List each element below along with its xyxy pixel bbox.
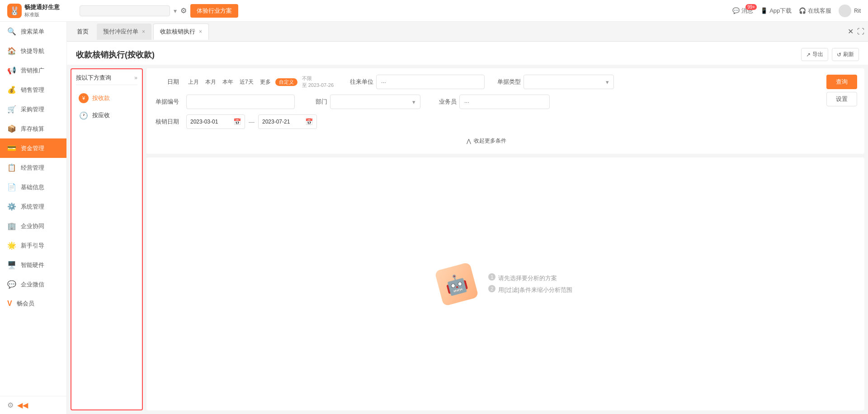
writeoff-end-date[interactable]: 2023-07-21 📅 <box>258 114 317 129</box>
industry-solution-btn[interactable]: 体验行业方案 <box>190 4 238 18</box>
query-buttons: 查询 设置 <box>826 75 857 106</box>
message-icon: 💬 <box>732 7 740 14</box>
top-header: 🐰 畅捷通好生意 标准版 ▾ ⚙ 体验行业方案 💬 消息 99+ 📱 App下载… <box>0 0 868 22</box>
empty-state: 🤖 1 请先选择要分析的方案 2 用[过滤]条件来缩小分析范围 <box>146 157 864 410</box>
filter-option-by-receipt[interactable]: ¥ 按收款 <box>76 90 137 107</box>
sidebar-item-finance[interactable]: 💳 资金管理 <box>0 138 66 158</box>
writeoff-start-date[interactable]: 2023-03-01 📅 <box>186 114 245 129</box>
date-this-year[interactable]: 本年 <box>221 77 235 87</box>
sidebar-item-marketing[interactable]: 📢 营销推广 <box>0 61 66 80</box>
tab-prepay[interactable]: 预付冲应付单 × <box>97 24 151 40</box>
form-row-2: 单据编号 部门 ▾ 业务员 ··· <box>154 95 819 109</box>
sidebar-item-wechat[interactable]: 💬 企业微信 <box>0 275 66 294</box>
date-7days[interactable]: 近7天 <box>238 77 255 87</box>
receipt-icon: ¥ <box>79 93 89 103</box>
collapse-icon: ⋀ <box>467 138 471 144</box>
sidebar-item-system[interactable]: ⚙️ 系统管理 <box>0 197 66 216</box>
tab-prepay-close[interactable]: × <box>142 29 145 35</box>
top-right: 💬 消息 99+ 📱 App下载 🎧 在线客服 Rit <box>732 5 861 17</box>
inventory-icon: 📦 <box>7 124 16 133</box>
doc-no-input[interactable] <box>186 95 295 109</box>
sidebar-item-purchase[interactable]: 🛒 采购管理 <box>0 100 66 119</box>
sidebar-item-enterprise[interactable]: 🏢 企业协同 <box>0 216 66 236</box>
marketing-icon: 📢 <box>7 66 16 75</box>
date-this-month[interactable]: 本月 <box>203 77 218 87</box>
tab-writeoff[interactable]: 收款核销执行 × <box>153 24 209 40</box>
refresh-icon: ↺ <box>837 52 841 58</box>
date-custom-badge[interactable]: 自定义 <box>275 78 297 86</box>
department-select[interactable]: ▾ <box>330 95 420 109</box>
form-row-1: 日期 上月 本月 本年 近7天 更多 自定义 不限 至 2023-07- <box>154 75 819 89</box>
sidebar-item-sales[interactable]: 💰 销售管理 <box>0 80 66 100</box>
query-form: 日期 上月 本月 本年 近7天 更多 自定义 不限 至 2023-07- <box>146 68 864 154</box>
sidebar-item-operation[interactable]: 📋 经营管理 <box>0 158 66 177</box>
doc-type-select[interactable]: ▾ <box>524 75 614 89</box>
filter-panel: 按以下方查询 » ¥ 按收款 🕐 按应收 <box>71 68 143 410</box>
search-input[interactable] <box>85 8 157 14</box>
app-download-btn[interactable]: 📱 App下载 <box>760 7 792 15</box>
sidebar-item-quick-nav[interactable]: 🏠 快捷导航 <box>0 41 66 61</box>
calendar-end-icon: 📅 <box>305 118 313 125</box>
export-icon: ↗ <box>806 52 811 58</box>
doc-type-chevron: ▾ <box>606 79 609 86</box>
tab-writeoff-close[interactable]: × <box>199 29 202 35</box>
setting-btn[interactable]: 设置 <box>826 92 857 106</box>
writeoff-date-range: 2023-03-01 📅 — 2023-07-21 📅 <box>186 114 317 129</box>
query-btn[interactable]: 查询 <box>826 75 857 89</box>
collapse-more-btn[interactable]: ⋀ 收起更多条件 <box>154 134 819 148</box>
counterparty-field-group: 往来单位 ··· <box>348 75 485 89</box>
tab-expand-btn[interactable]: ⛶ <box>857 28 864 36</box>
date-unlimited-text: 不限 至 2023-07-26 <box>302 75 334 89</box>
doc-type-label: 单据类型 <box>495 78 521 86</box>
download-icon: 📱 <box>760 7 768 14</box>
export-btn[interactable]: ↗ 导出 <box>801 48 828 61</box>
tab-home[interactable]: 首页 <box>71 24 95 40</box>
form-section-main: 日期 上月 本月 本年 近7天 更多 自定义 不限 至 2023-07- <box>154 75 819 148</box>
tab-bar: 首页 预付冲应付单 × 收款核销执行 × ✕ ⛶ <box>67 22 868 42</box>
filter-option-by-receivable[interactable]: 🕐 按应收 <box>76 107 137 124</box>
logo-area: 🐰 畅捷通好生意 标准版 <box>7 4 74 18</box>
sidebar-item-search-menu[interactable]: 🔍 搜索菜单 <box>0 22 66 41</box>
sales-icon: 💰 <box>7 86 16 94</box>
counterparty-input[interactable]: ··· <box>376 75 485 89</box>
page-title: 收款核销执行(按收款) <box>76 49 155 60</box>
online-service-btn[interactable]: 🎧 在线客服 <box>799 7 831 15</box>
salesperson-label: 业务员 <box>431 98 457 106</box>
enterprise-icon: 🏢 <box>7 222 16 230</box>
sidebar-collapse-btn[interactable]: ◀◀ <box>17 401 28 409</box>
app-logo-text: 畅捷通好生意 标准版 <box>24 4 60 18</box>
date-last-month[interactable]: 上月 <box>186 77 201 87</box>
department-label: 部门 <box>309 98 327 106</box>
member-icon: V <box>7 300 12 308</box>
salesperson-field-group: 业务员 ··· <box>431 95 550 109</box>
search-menu-icon: 🔍 <box>7 27 16 36</box>
user-name: Rit <box>854 8 861 14</box>
refresh-btn[interactable]: ↺ 刷新 <box>832 48 859 61</box>
app-logo-icon: 🐰 <box>7 4 22 18</box>
sidebar-item-member[interactable]: V 畅会员 <box>0 294 66 313</box>
date-more[interactable]: 更多 <box>258 77 273 87</box>
quick-nav-icon: 🏠 <box>7 47 16 55</box>
content-area: 按以下方查询 » ¥ 按收款 🕐 按应收 日期 <box>67 65 868 414</box>
tab-close-all-btn[interactable]: ✕ <box>848 27 854 36</box>
filter-panel-collapse-btn[interactable]: » <box>134 75 137 81</box>
search-dropdown-btn[interactable]: ▾ <box>174 7 177 14</box>
settings-gear-btn[interactable]: ⚙ <box>180 6 187 15</box>
user-area[interactable]: Rit <box>839 5 861 17</box>
sidebar-settings-btn[interactable]: ⚙ <box>7 401 14 409</box>
sidebar-item-basic-info[interactable]: 📄 基础信息 <box>0 177 66 197</box>
sidebar-item-guide[interactable]: 🌟 新手引导 <box>0 236 66 255</box>
message-btn[interactable]: 💬 消息 99+ <box>732 7 753 15</box>
basic-info-icon: 📄 <box>7 183 16 191</box>
writeoff-date-label: 核销日期 <box>154 118 179 126</box>
sidebar-item-hardware[interactable]: 🖥️ 智能硬件 <box>0 255 66 275</box>
date-separator: — <box>249 119 255 125</box>
empty-step2: 2 用[过滤]条件来缩小分析范围 <box>488 284 572 296</box>
salesperson-input[interactable]: ··· <box>459 95 550 109</box>
message-badge: 99+ <box>745 4 757 10</box>
system-icon: ⚙️ <box>7 202 16 211</box>
sidebar-item-inventory[interactable]: 📦 库存核算 <box>0 119 66 138</box>
operation-icon: 📋 <box>7 163 16 172</box>
empty-text: 1 请先选择要分析的方案 2 用[过滤]条件来缩小分析范围 <box>488 272 572 296</box>
top-search-bar <box>80 5 170 16</box>
